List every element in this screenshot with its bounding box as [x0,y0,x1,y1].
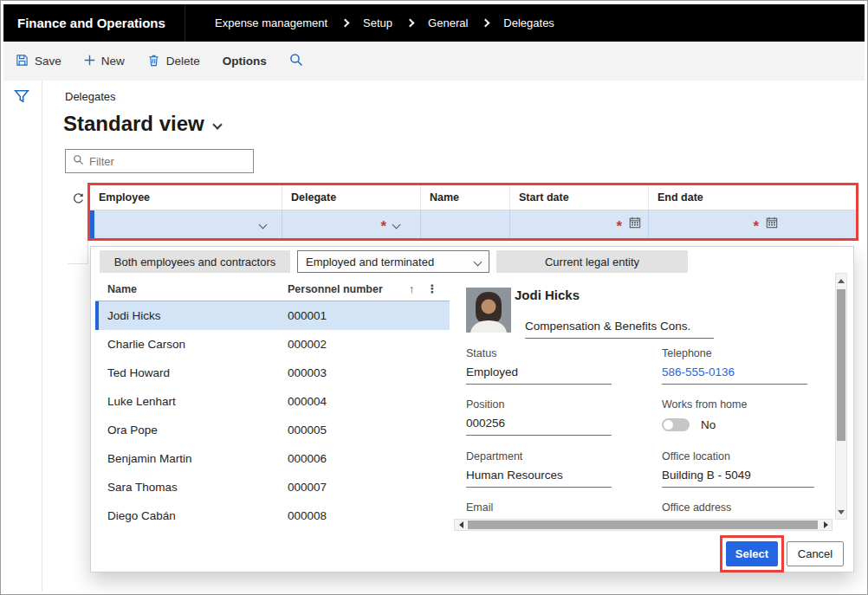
calendar-icon [766,217,778,232]
view-title-text: Standard view [63,112,204,136]
view-selector[interactable]: Standard view [63,112,221,136]
column-header-personnel-number[interactable]: Personnel number [288,283,409,295]
personnel-number: 000008 [288,509,450,522]
chevron-right-icon [406,19,415,28]
chevron-down-icon [212,120,222,129]
column-header-name[interactable]: Name [421,185,510,210]
breadcrumb-item-delegates[interactable]: Delegates [503,16,554,29]
works-from-home-toggle[interactable] [662,418,690,431]
new-button[interactable]: New [84,55,125,68]
employee-name-heading: Jodi Hicks [515,288,580,302]
refresh-button[interactable] [68,190,87,210]
employee-name: Jodi Hicks [95,309,288,322]
page-caption: Delegates [65,90,116,103]
scroll-down-icon[interactable] [836,507,846,517]
vertical-scrollbar-thumb[interactable] [837,289,845,441]
employee-name: Ted Howard [95,366,288,379]
scroll-right-icon[interactable] [820,520,831,530]
filter-pane-button[interactable] [14,88,29,107]
field-label: Position [466,398,612,411]
search-icon [73,153,84,169]
horizontal-scrollbar-thumb[interactable] [468,521,818,529]
table-row[interactable]: Sara Thomas 000007 [95,473,450,501]
field-status: Status Employed [466,347,612,385]
sort-ascending-icon[interactable]: ↑ [409,282,415,295]
grid-header-row: Employee Delegate Name Start date End da… [90,185,856,210]
scroll-up-icon[interactable] [836,275,846,286]
search-button[interactable] [289,53,303,69]
horizontal-scrollbar[interactable] [454,519,832,531]
search-icon [289,53,303,69]
employee-name: Ora Pope [95,424,288,437]
table-row[interactable]: Ted Howard 000003 [95,359,450,387]
personnel-number: 000004 [288,395,450,408]
personnel-number: 000001 [288,309,450,322]
column-header-start-date[interactable]: Start date [510,185,649,210]
refresh-icon [72,192,85,208]
column-header-employee[interactable]: Employee [90,185,282,210]
field-value: Employed [466,365,612,385]
options-menu[interactable]: Options [223,55,267,68]
table-row[interactable]: Benjamin Martin 000006 [95,444,450,473]
employee-name: Sara Thomas [95,481,288,494]
grid-filter-input[interactable] [89,155,246,168]
trash-icon [147,54,160,69]
personnel-number: 000007 [288,481,450,494]
column-header-name[interactable]: Name [95,283,288,295]
app-title[interactable]: Finance and Operations [3,4,185,42]
save-button[interactable]: Save [16,54,62,69]
employee-name: Diego Cabán [95,509,288,522]
chevron-right-icon [482,19,490,28]
employee-job-title-field: Compensation & Benefits Cons. [525,320,714,339]
app-window: Finance and Operations Expense managemen… [0,0,868,595]
column-options-icon[interactable]: ⋮ [427,282,438,295]
field-office-location: Office location Building B - 5049 [662,450,814,488]
name-cell[interactable] [421,210,510,238]
employee-lookup-cell[interactable] [90,210,282,238]
table-row[interactable]: Diego Cabán 000008 [95,501,450,530]
start-date-cell[interactable]: * [510,210,649,238]
telephone-link[interactable]: 586-555-0136 [662,365,807,385]
field-position: Position 000256 [466,398,612,436]
calendar-icon [629,217,641,232]
chevron-down-icon [392,220,401,229]
personnel-number: 000003 [288,366,450,379]
field-label: Office address [662,501,807,514]
grid-row-header-cell [68,241,88,264]
employment-status-dropdown[interactable]: Employed and terminated [297,250,489,273]
end-date-cell[interactable]: * [649,210,856,238]
employee-type-filter-button[interactable]: Both employees and contractors [100,250,290,273]
breadcrumb-item-setup[interactable]: Setup [363,16,392,29]
table-row[interactable]: Ora Pope 000005 [95,416,450,444]
breadcrumb-item-expense-management[interactable]: Expense management [215,16,327,29]
table-row[interactable]: Charlie Carson 000002 [95,330,450,359]
employee-photo [466,288,511,333]
chevron-right-icon [341,19,350,28]
column-header-delegate[interactable]: Delegate [282,185,421,210]
breadcrumb-item-general[interactable]: General [428,16,468,29]
cancel-button[interactable]: Cancel [787,541,844,566]
field-value: Human Resources [466,469,612,488]
delete-button[interactable]: Delete [147,54,200,69]
table-row[interactable]: Luke Lenhart 000004 [95,387,450,416]
scroll-left-icon[interactable] [456,520,466,530]
employee-lookup-flyout: Both employees and contractors Employed … [90,246,854,572]
lookup-table-header: Name Personnel number ↑ ⋮ [95,277,450,301]
table-row[interactable]: Jodi Hicks 000001 [95,301,450,330]
field-label: Status [466,347,612,359]
field-label: Works from home [662,398,807,411]
employee-name: Luke Lenhart [95,395,288,408]
select-button[interactable]: Select [726,541,778,566]
funnel-icon [14,94,29,107]
legal-entity-filter-button[interactable]: Current legal entity [496,250,688,273]
delegate-lookup-cell[interactable]: * [282,210,421,238]
field-value: Building B - 5049 [662,469,814,488]
field-label: Office location [662,450,814,462]
field-department: Department Human Resources [466,450,612,488]
column-header-end-date[interactable]: End date [649,185,856,210]
toggle-value: No [701,418,716,431]
vertical-scrollbar[interactable] [835,273,847,520]
plus-icon [84,55,95,68]
lookup-table: Name Personnel number ↑ ⋮ Jodi Hicks 000… [95,277,450,530]
personnel-number: 000002 [288,338,450,351]
